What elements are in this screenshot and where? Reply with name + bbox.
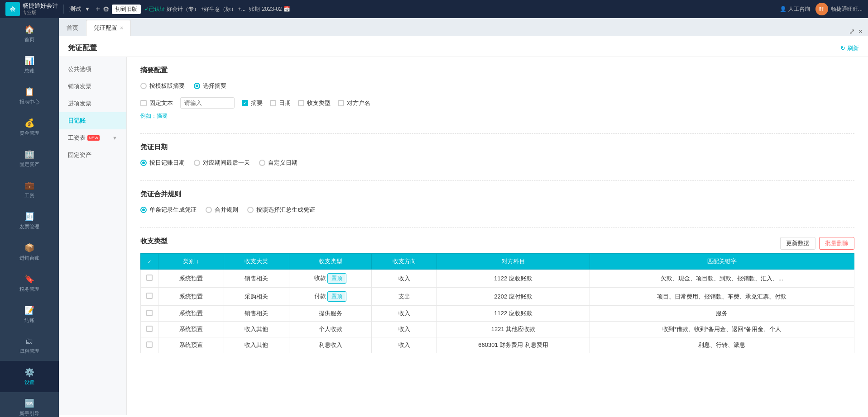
refresh-button[interactable]: ↻ 刷新 — [840, 44, 859, 52]
user-menu[interactable]: 旺 畅捷通旺旺... — [815, 3, 863, 15]
left-nav-public[interactable]: 公共选项 — [59, 61, 126, 78]
row2-top-tag[interactable]: 置顶 — [327, 291, 346, 302]
checkbox-fixed-text-label: 固定文本 — [149, 99, 173, 107]
left-nav-payroll[interactable]: 工资表 NEW ▼ — [59, 129, 126, 147]
row5-checkbox[interactable] — [141, 337, 158, 353]
row1-top-tag[interactable]: 置顶 — [327, 273, 346, 284]
radio-journal-date-circle — [140, 160, 147, 166]
row4-keywords: 收到*借款、收到*备用金、退回*备用金、个人 — [590, 322, 854, 337]
left-nav-journal[interactable]: 日记账 — [59, 112, 126, 129]
summary-config-section: 摘要配置 按模板版摘要 选择摘要 — [140, 66, 854, 120]
col-checkbox[interactable]: ✓ — [141, 254, 158, 270]
calendar-icon[interactable]: 📅 — [283, 6, 290, 12]
radio-journal-date[interactable]: 按日记账日期 — [140, 159, 185, 167]
sidebar-item-invoice[interactable]: 🧾 发票管理 — [0, 205, 59, 237]
radio-template-summary[interactable]: 按模板版摘要 — [140, 82, 185, 90]
row3-keywords: 服务 — [590, 306, 854, 322]
checkbox-abstract[interactable]: ✓ 摘要 — [242, 99, 263, 107]
switch-version-button[interactable]: 切到旧版 — [112, 5, 141, 14]
sidebar-item-close[interactable]: 📝 结账 — [0, 299, 59, 330]
row3-checkbox[interactable] — [141, 306, 158, 322]
settings-icon[interactable]: ⚙ — [103, 5, 109, 14]
row4-type: 个人收款 — [289, 322, 372, 337]
radio-merge-rules[interactable]: 合并规则 — [206, 206, 238, 214]
row1-checkbox[interactable] — [141, 270, 158, 288]
inner-layout: 公共选项 销项发票 进项发票 日记账 工资表 NEW ▼ — [59, 57, 868, 415]
left-nav-public-label: 公共选项 — [68, 65, 91, 73]
sidebar-item-guide[interactable]: 🆕 新手引导 — [0, 392, 59, 417]
income-expense-section: 收支类型 更新数据 批量删除 ✓ 类别 ↓ — [140, 237, 854, 353]
summary-checkbox-row: 固定文本 ✓ 摘要 日期 — [140, 97, 854, 109]
checkbox-type-box — [298, 100, 304, 106]
left-nav-assets[interactable]: 固定资产 — [59, 147, 126, 164]
row5-type: 利息收入 — [289, 337, 372, 353]
sidebar-item-home[interactable]: 🏠 首页 — [0, 18, 59, 49]
sidebar-item-funds[interactable]: 💰 资金管理 — [0, 112, 59, 143]
sidebar-item-archive[interactable]: 🗂 归档管理 — [0, 330, 59, 361]
refresh-icon: ↻ — [840, 45, 845, 52]
radio-journal-date-label: 按日记账日期 — [149, 159, 185, 167]
row4-checkbox[interactable] — [141, 322, 158, 337]
add-button[interactable]: + — [96, 5, 101, 13]
radio-custom-date-label: 自定义日期 — [268, 159, 297, 167]
tab-voucher-config[interactable]: 凭证配置 × — [86, 20, 131, 36]
table-action-row: 收支类型 更新数据 批量删除 — [140, 237, 854, 250]
batch-delete-button[interactable]: 批量删除 — [819, 237, 854, 250]
left-nav-sales[interactable]: 销项发票 — [59, 78, 126, 95]
radio-period-last[interactable]: 对应期间最后一天 — [194, 159, 250, 167]
left-nav-sales-label: 销项发票 — [68, 82, 91, 90]
radio-single-label: 单条记录生成凭证 — [149, 206, 197, 214]
service-button[interactable]: 👤 人工咨询 — [780, 5, 810, 13]
row5-direction: 收入 — [371, 337, 437, 353]
radio-summary-generate[interactable]: 按照选择汇总生成凭证 — [247, 206, 315, 214]
update-data-button[interactable]: 更新数据 — [780, 237, 815, 250]
sidebar-item-purchase[interactable]: 📦 进销台账 — [0, 237, 59, 268]
logo-text: 畅捷通好会计 — [23, 2, 58, 9]
radio-summary-label: 按照选择汇总生成凭证 — [256, 206, 315, 214]
avatar: 旺 — [815, 3, 828, 15]
sidebar-item-tax[interactable]: 🔖 税务管理 — [0, 268, 59, 299]
checkbox-counterparty[interactable]: 对方户名 — [338, 99, 370, 107]
tab-close-icon[interactable]: × — [120, 25, 123, 31]
left-nav-payroll-label: 工资表 — [68, 134, 86, 142]
page-header: 凭证配置 ↻ 刷新 — [59, 36, 868, 57]
col-keywords: 匹配关键字 — [590, 254, 854, 270]
row3-account: 1122 应收账款 — [437, 306, 590, 322]
left-nav-purchase[interactable]: 进项发票 — [59, 95, 126, 112]
sidebar-item-payroll[interactable]: 💼 工资 — [0, 174, 59, 205]
row4-account: 1221 其他应收款 — [437, 322, 590, 337]
page-content: 凭证配置 ↻ 刷新 公共选项 销项发票 进项发票 — [59, 36, 868, 417]
col-category: 类别 ↓ — [158, 254, 224, 270]
content-area: 首页 凭证配置 × ⤢ × 凭证配置 ↻ 刷新 — [59, 18, 868, 417]
summary-radio-group: 按模板版摘要 选择摘要 — [140, 82, 854, 90]
tag3: +... — [238, 6, 245, 12]
radio-template-label: 按模板版摘要 — [149, 82, 185, 90]
radio-single-record[interactable]: 单条记录生成凭证 — [140, 206, 197, 214]
checkbox-type[interactable]: 收支类型 — [298, 99, 331, 107]
row2-checkbox[interactable] — [141, 288, 158, 306]
sidebar-item-settings[interactable]: ⚙️ 设置 — [0, 361, 59, 392]
tab-close-window-button[interactable]: × — [858, 28, 863, 36]
main-layout: 🏠 首页 📊 总账 📋 报表中心 💰 资金管理 🏢 固定资产 💼 工资 🧾 发票… — [0, 18, 868, 417]
fixed-text-input[interactable] — [180, 97, 235, 109]
sidebar-item-ledger[interactable]: 📊 总账 — [0, 49, 59, 81]
payroll-icon: 💼 — [24, 180, 34, 190]
checkbox-date[interactable]: 日期 — [270, 99, 291, 107]
sidebar-item-assets[interactable]: 🏢 固定资产 — [0, 143, 59, 174]
radio-custom-date[interactable]: 自定义日期 — [259, 159, 297, 167]
sidebar-item-reports[interactable]: 📋 报表中心 — [0, 81, 59, 112]
tab-home[interactable]: 首页 — [59, 20, 86, 36]
table-row: 系统预置 收入其他 利息收入 收入 660301 财务费用 利息费用 利息、行转… — [141, 337, 854, 353]
divider-1 — [140, 133, 854, 134]
checkbox-fixed-text[interactable]: 固定文本 — [140, 99, 173, 107]
checkbox-date-label: 日期 — [279, 99, 291, 107]
tag1: 好会计（专） — [167, 5, 199, 13]
left-nav-journal-label: 日记账 — [68, 117, 86, 125]
invoice-icon: 🧾 — [24, 212, 34, 222]
tab-maximize-button[interactable]: ⤢ — [849, 27, 855, 36]
company-dropdown-arrow[interactable]: ▼ — [85, 6, 90, 12]
radio-select-summary[interactable]: 选择摘要 — [194, 82, 226, 90]
period-label: 账期 — [249, 5, 260, 13]
assets-icon: 🏢 — [24, 149, 34, 159]
topbar-divider-1 — [63, 5, 64, 14]
